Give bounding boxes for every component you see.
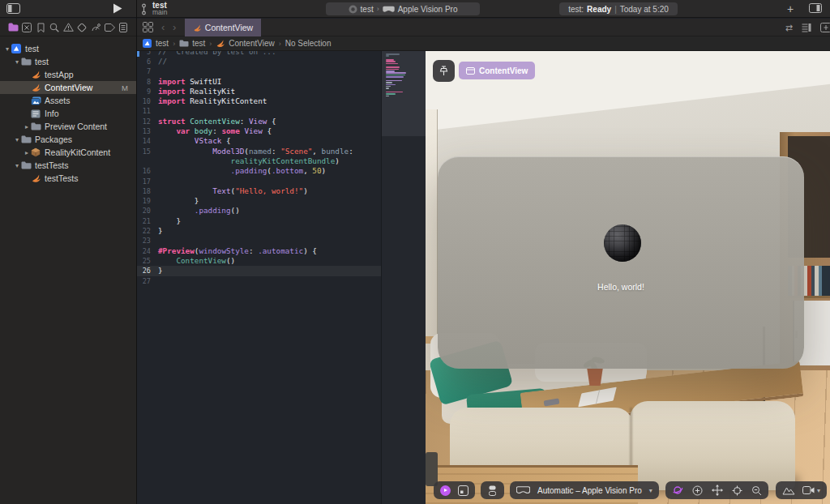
test-navigator-icon[interactable] [76,22,88,33]
file-name: testTests [35,160,68,170]
code-line: 22} [137,226,381,236]
file-tree-item-testapp[interactable]: testApp [0,68,136,81]
issue-navigator-icon[interactable] [62,22,74,33]
run-button[interactable] [113,3,122,14]
preview-canvas[interactable]: Hello, world! ContentView Automatic – Ap… [426,51,830,504]
back-button[interactable]: ‹ [161,21,165,33]
branch-icon [139,3,148,15]
breadcrumb-separator: › [173,40,175,48]
breadcrumb-project[interactable]: test [143,39,169,48]
scheme-branch[interactable]: test main [139,0,167,18]
variants-button[interactable] [458,485,468,496]
live-preview-button[interactable] [440,485,451,496]
code-text: ContentView() [158,256,235,266]
disclosure-chevron-icon[interactable]: ▾ [13,162,21,169]
disclosure-chevron-icon[interactable]: ▾ [3,45,11,53]
preview-controls-right: ▾ [665,481,827,499]
code-text: import RealityKit [158,87,235,96]
visionos-window[interactable]: Hello, world! [438,156,804,369]
minimap-line [386,53,400,55]
scheme-selector[interactable]: test › Apple Vision Pro [326,2,480,15]
line-number: 9 [137,87,158,96]
swap-editor-icon[interactable]: ⇄ [785,23,793,33]
code-line: 24#Preview(windowStyle: .automatic) { [137,246,381,256]
file-tree-item-realitykitcontent[interactable]: ▸RealityKitContent [0,146,136,159]
code-line: 7 [137,66,381,76]
code-line: 12struct ContentView: View { [137,117,381,126]
disclosure-chevron-icon[interactable]: ▾ [13,136,21,143]
code-line: 20 .padding() [137,206,381,216]
magnify-button[interactable] [751,485,762,496]
status-state: Ready [587,5,611,14]
sidebar-divider[interactable] [136,0,137,504]
breadcrumb-file[interactable]: ContentView [216,39,275,48]
file-tree-item-assets[interactable]: Assets [0,94,136,107]
camera-angle-button[interactable]: ▾ [802,486,820,494]
code-line: 25 ContentView() [137,256,381,266]
add-button[interactable]: + [783,2,798,16]
breadcrumb-selection[interactable]: No Selection [285,39,332,48]
status-time: Today at 5:20 [620,5,669,14]
source-editor[interactable]: 5// Created by test on ...6//78import Sw… [137,51,381,504]
line-number: 22 [137,226,158,236]
disclosure-chevron-icon[interactable]: ▾ [13,58,21,66]
editor-minimap[interactable] [381,51,426,504]
file-tree-item-testtests[interactable]: ▾testTests [0,159,136,172]
project-icon [143,39,152,48]
vision-pro-icon [383,6,395,13]
line-number: 8 [137,77,158,87]
line-number: 6 [137,57,158,66]
file-tree-item-packages[interactable]: ▾Packages [0,133,136,146]
code-line: 14 VStack { [137,136,381,146]
line-number: 11 [137,106,158,116]
forward-button[interactable]: › [173,21,176,33]
code-line: 16 .padding(.bottom, 50) [137,166,381,176]
source-control-navigator-icon[interactable] [21,22,32,33]
line-number: 14 [137,136,158,146]
minimap-line [386,66,400,68]
disclosure-chevron-icon[interactable]: ▸ [23,149,31,156]
room-curtain [426,109,438,373]
related-items-icon[interactable] [143,22,153,32]
library-icon[interactable] [809,3,822,13]
minimap-options-icon[interactable] [802,23,811,32]
orbit-button[interactable] [672,485,683,496]
disclosure-chevron-icon[interactable]: ▸ [23,123,31,130]
file-tree-item-test[interactable]: ▾test [0,55,136,68]
minimap-line [386,55,389,57]
code-text: #Preview(windowStyle: .automatic) { [158,246,317,256]
find-navigator-icon[interactable] [49,22,60,33]
line-number: 15 [137,147,158,156]
line-number: 23 [137,236,158,246]
environment-button[interactable] [782,486,795,495]
sidebar-toggle-button[interactable] [6,3,20,14]
line-number: 17 [137,177,158,186]
center-button[interactable] [732,485,742,496]
file-tree-item-preview-content[interactable]: ▸Preview Content [0,120,136,133]
file-tree-item-info[interactable]: Info [0,107,136,120]
file-tree-item-test[interactable]: ▾test [0,42,136,55]
file-name: test [35,57,49,66]
swift-icon [31,83,41,92]
3d-sphere-model[interactable] [604,224,641,262]
split-editor-icon[interactable] [820,23,830,32]
report-navigator-icon[interactable] [118,22,129,33]
debug-navigator-icon[interactable] [90,22,101,33]
file-tree-item-testtests[interactable]: testTests [0,172,136,185]
pan-button[interactable] [712,485,723,496]
project-navigator-icon[interactable] [7,22,19,33]
device-selector[interactable]: Automatic – Apple Vision Pro ▾ [510,481,659,499]
bookmark-navigator-icon[interactable] [35,22,46,33]
breakpoint-navigator-icon[interactable] [104,22,115,33]
appearance-button[interactable] [481,481,504,499]
activity-status[interactable]: test: Ready | Today at 5:20 [559,2,678,15]
pin-preview-button[interactable] [433,60,455,82]
contentview-tag[interactable]: ContentView [459,62,535,79]
code-line: 9import RealityKit [137,87,381,96]
line-number: 7 [137,66,158,76]
code-line: 10import RealityKitContent [137,96,381,106]
breadcrumb-folder[interactable]: test [179,39,205,48]
file-tree-item-contentview[interactable]: ContentViewM [0,81,136,94]
zoom-in-button[interactable] [692,485,703,496]
tab-contentview[interactable]: ContentView [185,19,261,36]
